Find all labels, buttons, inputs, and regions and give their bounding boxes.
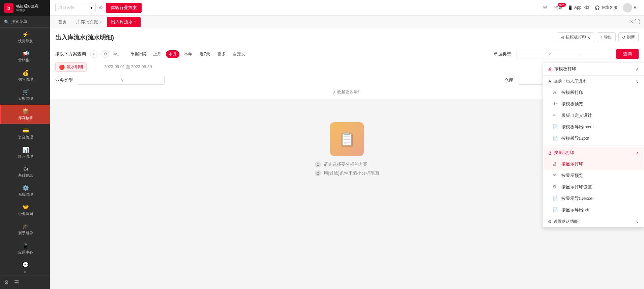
set-default-expand-icon: ∨ [636, 219, 639, 224]
panel-item-display-preview[interactable]: 👁 按显示预览 [543, 170, 644, 181]
date-btn-more[interactable]: 更多 [215, 50, 228, 58]
display-setting-icon: ⚙ [553, 184, 558, 190]
message-icon: ✉ [543, 5, 547, 10]
logo-text: 畅捷通好生意 标准版 [16, 4, 38, 12]
panel-item-template-pdf[interactable]: 📄 按模板导出pdf [543, 133, 644, 144]
filter-setting-btn[interactable]: ⚙ [101, 50, 109, 58]
header-gear-icon[interactable]: ⚙ [98, 4, 103, 11]
header-project-select[interactable]: 项目选择 ▾ [55, 3, 96, 12]
sidebar-item-basic[interactable]: 🗂 基础信息 [0, 162, 50, 181]
refresh-btn[interactable]: ↺ 刷新 [618, 32, 639, 42]
sidebar-item-wechat[interactable]: 💬 企业微信 [0, 258, 50, 269]
message-btn[interactable]: ✉ 99+ 消息 [543, 5, 562, 10]
top-header: 项目选择 ▾ ⚙ 体验行业方案 ✉ 99+ 消息 📱 App下载 🎧 在线客服 … [50, 0, 644, 16]
filter-tag-icon: 🔴 [59, 64, 65, 70]
filter-add-btn[interactable]: + [90, 50, 97, 58]
business-type-select[interactable]: ∨ [77, 76, 165, 85]
chevron-down-icon: ▾ [90, 5, 93, 10]
sidebar-item-guide[interactable]: 🎓 新手引导 [0, 220, 50, 239]
refresh-icon: ↺ [622, 35, 625, 40]
purchase-icon: 🛒 [22, 89, 29, 95]
sidebar-item-finance[interactable]: 💳 资金管理 [0, 124, 50, 143]
date-filter-group: 单据日期 上月 本月 本年 近7天 更多 自定义 [130, 50, 248, 58]
empty-steps: 1 请先选择要分析的方案 2 用[过滤]条件来缩小分析范围 [315, 160, 379, 178]
date-btn-this-year[interactable]: 本年 [181, 50, 195, 58]
panel-item-template-customize[interactable]: ✏ 模板自定义设计 [543, 110, 644, 121]
user-profile[interactable]: Rit [623, 3, 639, 12]
date-btn-last-7-days[interactable]: 近7天 [197, 50, 213, 58]
print-icon: 🖨 [560, 35, 564, 40]
tab-home[interactable]: 首页 [54, 17, 71, 27]
date-btn-custom[interactable]: 自定义 [230, 50, 248, 58]
template-customize-icon: ✏ [553, 113, 558, 118]
panel-print-icon: 🖨 [548, 67, 552, 72]
voucher-type-expand: ∨ [548, 52, 576, 56]
current-icon: 🖨 [548, 79, 552, 84]
date-btn-this-month[interactable]: 本月 [166, 50, 179, 58]
tab-batch-account[interactable]: 库存批次账 × [72, 17, 106, 27]
sidebar-item-purchase[interactable]: 🛒 采购管理 [0, 85, 50, 105]
page-title: 出入库流水(流水明细) [55, 33, 114, 42]
sidebar-nav: ⚡ 快捷导航 📢 营销推广 💰 销售管理 🛒 采购管理 📦 库存核算 💳 资金管… [0, 28, 50, 269]
template-excel-icon: 📄 [553, 124, 558, 130]
template-pdf-icon: 📄 [553, 136, 558, 141]
bottom-menu-icon[interactable]: ☰ [14, 279, 19, 286]
tab-close-all[interactable]: × [630, 19, 633, 25]
panel-item-template-preview[interactable]: 👁 按模板预览 [543, 98, 644, 110]
panel-item-display-print[interactable]: 🖨 按显示打印 [543, 158, 644, 170]
flow-tag: 🔴 流水明细 [55, 62, 87, 72]
main-area: 项目选择 ▾ ⚙ 体验行业方案 ✉ 99+ 消息 📱 App下载 🎧 在线客服 … [50, 0, 644, 289]
sidebar-item-collab[interactable]: 🤝 企业协同 [0, 201, 50, 220]
tab-close-batch[interactable]: × [99, 20, 101, 24]
export-icon: ↑ [601, 35, 603, 40]
trial-btn[interactable]: 体验行业方案 [106, 3, 142, 13]
panel-item-template-print[interactable]: 🖨 按模板打印 [543, 87, 644, 98]
sidebar-item-app-center[interactable]: 📱 应用中心 [0, 239, 50, 258]
sales-icon: 💰 [22, 70, 29, 76]
voucher-type-select[interactable]: ∨ ··· [517, 50, 611, 58]
date-btn-last-month[interactable]: 上月 [150, 50, 164, 58]
date-options: 上月 本月 本年 近7天 更多 自定义 [150, 50, 248, 58]
current-template-header[interactable]: 🖨 当前：出入库流水 ∨ [543, 76, 644, 87]
marketing-icon: 📢 [22, 50, 29, 57]
sidebar-item-quick-nav[interactable]: ⚡ 快捷导航 [0, 28, 50, 47]
app-download-btn[interactable]: 📱 App下载 [568, 5, 589, 10]
online-service-btn[interactable]: 🎧 在线客服 [595, 5, 617, 10]
sidebar-item-operations[interactable]: 📊 经营管理 [0, 143, 50, 162]
bottom-gear-icon[interactable]: ⚙ [4, 279, 9, 286]
collab-icon: 🤝 [22, 204, 29, 210]
set-default-btn[interactable]: ⚙ 设置默认功能 ∨ [543, 216, 644, 227]
sidebar-item-system[interactable]: ⚙️ 系统管理 [0, 181, 50, 201]
guide-icon: 🎓 [22, 223, 29, 230]
panel-collapse-btn[interactable]: ∧ [636, 67, 639, 72]
avatar [623, 3, 632, 12]
empty-icon: 📋 [330, 122, 364, 156]
panel-header: 🖨 按模板打印 ∧ [543, 62, 644, 76]
business-type-expand: ∨ [121, 78, 161, 83]
display-print-header[interactable]: 🖨 按显示打印 ∧ [543, 147, 644, 158]
panel-item-display-setting[interactable]: ⚙ 按显示打印设置 [543, 181, 644, 193]
tab-close-flow[interactable]: × [134, 20, 136, 24]
query-btn[interactable]: 查询 [616, 49, 639, 59]
print-template-btn[interactable]: 🖨 按模板打印 ∧ [557, 32, 594, 42]
panel-item-display-pdf[interactable]: 📄 按显示导出pdf [543, 204, 644, 216]
headset-icon: 🎧 [595, 5, 600, 10]
filter-right: 单据类型 ∨ ··· 查询 [494, 49, 639, 59]
quick-nav-icon: ⚡ [22, 31, 29, 37]
panel-item-template-excel[interactable]: 📄 按模板导出excel [543, 121, 644, 133]
panel-item-display-excel[interactable]: 📄 按显示导出excel [543, 193, 644, 204]
sidebar-item-sales[interactable]: 💰 销售管理 [0, 66, 50, 85]
sidebar: b 畅捷通好生意 标准版 🔍 搜索菜单 ⚡ 快捷导航 📢 营销推广 💰 销售管理… [0, 0, 50, 289]
tab-flow[interactable]: 出入库流水 × [107, 17, 140, 27]
collapse-icon: ∧ [333, 90, 336, 95]
sidebar-item-marketing[interactable]: 📢 营销推广 [0, 47, 50, 66]
sidebar-scroll-down[interactable]: ▼ [0, 269, 50, 275]
panel-divider [543, 146, 644, 146]
sidebar-item-inventory[interactable]: 📦 库存核算 [0, 105, 50, 124]
tab-expand[interactable]: ⛶ [635, 19, 640, 25]
search-menu[interactable]: 🔍 搜索菜单 [0, 16, 50, 28]
step-2: 2 用[过滤]条件来缩小分析范围 [315, 169, 379, 178]
export-btn[interactable]: ↑ 导出 [597, 32, 616, 42]
filter-collapse-icon[interactable]: ≪ [113, 51, 118, 57]
voucher-type-more[interactable]: ··· [579, 52, 607, 56]
